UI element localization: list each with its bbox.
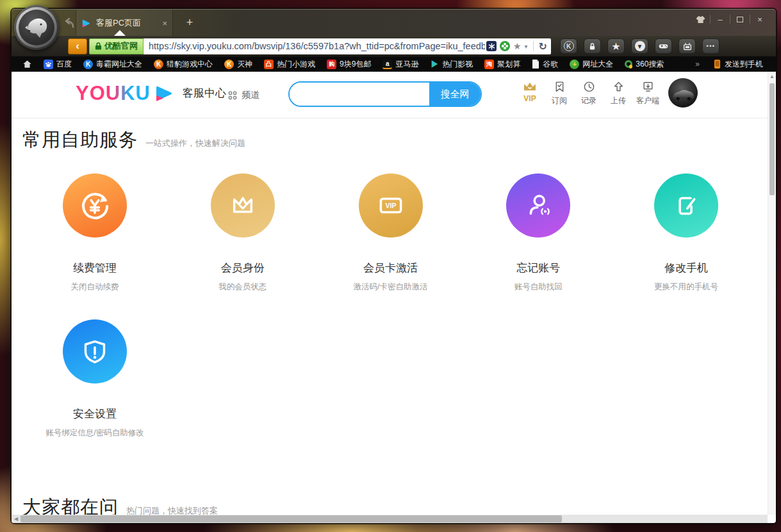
service-membership[interactable]: 会员身份 我的会员状态 xyxy=(179,173,307,293)
refresh-icon[interactable]: ↻ xyxy=(539,40,547,52)
client-download-icon xyxy=(642,81,654,93)
section-title: 常用自助服务 xyxy=(22,127,138,153)
bookmark-9kuai9[interactable]: 购 9块9包邮 xyxy=(322,56,375,72)
bookmark-baidu[interactable]: 百度 xyxy=(39,56,76,72)
person-signal-icon xyxy=(506,173,570,238)
url-field[interactable]: https://sky.vip.youku.com/bwsvip/136/c55… xyxy=(144,38,551,54)
vertical-scroll-thumb[interactable] xyxy=(769,83,775,195)
service-renewal[interactable]: 续费管理 关闭自动续费 xyxy=(31,173,159,293)
home-icon xyxy=(22,60,32,69)
cheetah-head-icon xyxy=(19,10,54,45)
active-tab-notch xyxy=(114,30,126,36)
tao-icon: 淘 xyxy=(484,60,494,69)
search-input[interactable] xyxy=(290,83,429,106)
crown-icon xyxy=(523,81,537,92)
bookmark-google[interactable]: 谷歌 xyxy=(527,56,563,72)
nav-back-button[interactable]: ‹ xyxy=(68,38,87,54)
svg-text:VIP: VIP xyxy=(385,202,396,209)
new-tab-button[interactable]: + xyxy=(182,16,197,30)
crown-outline-icon xyxy=(211,173,275,238)
360-o-icon xyxy=(625,60,632,68)
service-vip-card[interactable]: VIP 会员卡激活 激活码/卡密自助激活 xyxy=(327,173,455,293)
bookmark-hot-video[interactable]: 热门影视 xyxy=(425,56,477,72)
bookmark-juhuasuan[interactable]: 淘 聚划算 xyxy=(480,56,525,72)
clock-icon xyxy=(583,81,595,93)
service-forgot-account[interactable]: 忘记账号 账号自助找回 xyxy=(474,173,602,293)
minimize-button[interactable]: – xyxy=(711,13,730,26)
browser-toolbar: K ★ ▼ xyxy=(560,38,719,54)
send-to-phone-button[interactable]: 发送到手机 xyxy=(707,59,769,70)
bookmarks-overflow-chevron[interactable]: » xyxy=(690,60,705,69)
scroll-left-arrow[interactable]: ◀ xyxy=(12,516,21,522)
amazon-a-icon: a xyxy=(382,60,392,69)
lock-icon xyxy=(95,42,102,50)
titlebar-back-icon[interactable] xyxy=(63,18,74,28)
menu-item-subscribe[interactable]: 订阅 xyxy=(547,78,572,106)
mieshen-k-icon: K xyxy=(224,60,234,69)
url-text: https://sky.vip.youku.com/bwsvip/136/c55… xyxy=(149,41,485,51)
car-avatar-image xyxy=(670,85,696,101)
user-avatar[interactable] xyxy=(668,78,698,108)
bookmark-mini-games[interactable]: 凸 热门小游戏 xyxy=(259,56,320,72)
menu-item-vip[interactable]: VIP xyxy=(517,78,543,103)
page-document-icon xyxy=(532,60,539,69)
tab-title: 客服PC页面 xyxy=(96,17,157,29)
download-button[interactable]: ▼ xyxy=(631,38,648,54)
maximize-button[interactable] xyxy=(730,13,750,26)
window-controls: – × xyxy=(691,13,769,26)
channel-button[interactable]: 频道 xyxy=(227,90,259,101)
mini-games-icon: 凸 xyxy=(264,60,274,69)
security-lock-button[interactable] xyxy=(584,38,601,54)
liebao-k-icon: K xyxy=(154,60,163,69)
vertical-scrollbar[interactable]: ▲ xyxy=(768,72,776,515)
address-bar: ‹ 优酷官网 https://sky.vip.youku.com/bwsvip/… xyxy=(12,36,776,56)
bookmark-check-icon xyxy=(554,81,566,93)
shield-alert-icon xyxy=(63,319,127,383)
bookmark-liebao-games[interactable]: K 猎豹游戏中心 xyxy=(149,56,217,72)
tab-close-icon[interactable]: × xyxy=(162,19,167,28)
youku-site-header: YOUKU 客服中心 频道 xyxy=(12,72,776,118)
site-verification-badge[interactable]: 优酷官网 xyxy=(89,38,144,54)
page-viewport: YOUKU 客服中心 频道 xyxy=(12,72,776,523)
horizontal-scroll-thumb[interactable] xyxy=(21,515,562,522)
games-gamepad-button[interactable] xyxy=(655,38,672,54)
menu-item-client[interactable]: 客户端 xyxy=(635,78,661,106)
gou-shopping-icon: 购 xyxy=(327,60,336,69)
bookmark-amazon[interactable]: a 亚马逊 xyxy=(378,56,423,72)
menu-item-history[interactable]: 记录 xyxy=(576,78,602,106)
service-grid-row2: 安全设置 账号绑定信息/密码自助修改 xyxy=(12,319,776,439)
bookmark-wangzhi-daquan[interactable]: + 网址大全 xyxy=(565,56,618,72)
bookmark-duba[interactable]: K 毒霸网址大全 xyxy=(79,56,147,72)
favorite-dropdown-icon[interactable]: ▾ xyxy=(525,43,528,50)
cheetah-browser-logo[interactable] xyxy=(14,5,59,50)
tv-mode-button[interactable] xyxy=(678,38,696,54)
service-grid-row1: 续费管理 关闭自动续费 会员身份 我的会员状态 VIP xyxy=(12,173,776,293)
vip-card-icon: VIP xyxy=(359,173,423,238)
bookmark-360-search[interactable]: 360搜索 xyxy=(620,56,668,72)
duba-k-icon: K xyxy=(83,60,93,69)
scroll-up-arrow[interactable]: ▲ xyxy=(768,72,776,81)
kingsoft-k-button[interactable]: K xyxy=(560,38,577,54)
renewal-yen-cycle-icon xyxy=(63,173,127,238)
bookmarks-bar: 百度 K 毒霸网址大全 K 猎豹游戏中心 K 灭神 凸 热门小游戏 购 9块9包… xyxy=(12,56,776,72)
baidu-paw-icon xyxy=(44,60,53,69)
search-button[interactable]: 搜全网 xyxy=(429,83,481,106)
youku-logo[interactable]: YOUKU xyxy=(76,83,151,103)
service-change-phone[interactable]: 修改手机 更换不用的手机号 xyxy=(622,173,750,293)
favorites-star-button[interactable]: ★ xyxy=(607,38,625,54)
menu-item-upload[interactable]: 上传 xyxy=(605,78,631,106)
skin-theme-icon[interactable] xyxy=(691,13,710,26)
grid-icon xyxy=(227,90,238,101)
home-button[interactable] xyxy=(18,56,37,72)
add-favorite-star-icon[interactable]: ★ xyxy=(513,42,522,51)
user-menu: VIP 订阅 记录 xyxy=(517,78,698,108)
service-security[interactable]: 安全设置 账号绑定信息/密码自助修改 xyxy=(31,319,159,439)
close-button[interactable]: × xyxy=(750,13,769,26)
horizontal-scrollbar[interactable]: ◀ xyxy=(12,515,768,523)
bookmark-mieshen[interactable]: K 灭神 xyxy=(220,56,257,72)
more-menu-button[interactable]: ••• xyxy=(702,38,719,54)
section-subtitle: 一站式操作，快速解决问题 xyxy=(145,138,245,149)
plugin-fan-icon[interactable] xyxy=(500,41,510,51)
youku-play-icon xyxy=(154,85,174,102)
plugin-snowflake-icon[interactable] xyxy=(486,41,497,51)
